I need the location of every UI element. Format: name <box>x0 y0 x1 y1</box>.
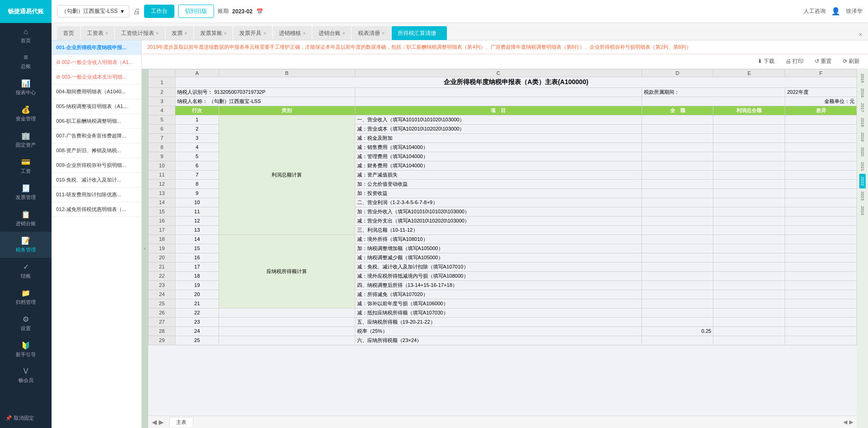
pin-button[interactable]: 📌 取消固定 <box>4 412 48 424</box>
left-panel-item-012[interactable]: 012-减免所得税优惠明细表（... <box>52 202 141 217</box>
left-panel-item-004[interactable]: 004-期间费用明细表（A1040... <box>52 85 141 99</box>
amount-cell-3[interactable] <box>642 133 713 143</box>
print-button[interactable]: 🖨 打印 <box>783 56 806 67</box>
amount-cell-22[interactable] <box>642 308 713 317</box>
diff-cell-4[interactable] <box>785 143 857 152</box>
tab-close-invoice[interactable]: × <box>185 31 187 36</box>
amount-cell-20[interactable] <box>642 290 713 299</box>
item-cell-12[interactable]: 减：营业外支出（填写A102010\102020\103000） <box>355 216 642 225</box>
diff-cell-13[interactable] <box>785 225 857 234</box>
amount-cell-15[interactable] <box>642 244 713 253</box>
sheet-tab-main[interactable]: 主表 <box>169 417 193 427</box>
left-panel-item-002[interactable]: ⊘ 002-一般企业收入明细表（A1... <box>52 55 141 70</box>
diff-cell-23[interactable] <box>785 317 857 326</box>
diff-cell-1[interactable] <box>785 115 857 124</box>
amount-cell-16[interactable] <box>642 253 713 262</box>
year-nav-2022[interactable]: 2022 <box>859 174 866 188</box>
amount-cell-4[interactable] <box>642 143 713 152</box>
left-panel-item-007[interactable]: 007-广告费和业务宣传费超降... <box>52 129 141 143</box>
item-cell-9[interactable]: 加：投资收益 <box>355 188 642 198</box>
tab-close-salary[interactable]: × <box>105 31 108 36</box>
year-nav-2016[interactable]: 2016 <box>859 86 866 100</box>
profit-cell-10[interactable] <box>713 198 785 207</box>
amount-cell-17[interactable] <box>642 262 713 271</box>
item-cell-23[interactable]: 五、应纳税所得额（19-20-21-22） <box>355 317 642 326</box>
diff-cell-19[interactable] <box>785 280 857 290</box>
scroll-right-icon[interactable]: ▶ <box>849 419 853 425</box>
item-cell-10[interactable]: 二、营业利润（1-2-3-4-5-6-7-8+9） <box>355 198 642 207</box>
profit-cell-5[interactable] <box>713 152 785 161</box>
left-panel-item-001[interactable]: 001-企业所得税年度纳税申报... <box>52 40 141 55</box>
profit-cell-23[interactable] <box>713 317 785 326</box>
item-cell-11[interactable]: 加：营业外收入（填写A101010\101020\103000） <box>355 207 642 216</box>
profit-cell-15[interactable] <box>713 244 785 253</box>
tab-close-invoice_open[interactable]: × <box>263 31 266 36</box>
profit-cell-20[interactable] <box>713 290 785 299</box>
tab-invoice_calc[interactable]: 发票算账× <box>194 26 233 40</box>
profit-cell-14[interactable] <box>713 234 785 244</box>
profit-cell-8[interactable] <box>713 179 785 188</box>
diff-cell-7[interactable] <box>785 170 857 179</box>
item-cell-24[interactable]: 税率（25%） <box>355 326 642 336</box>
profit-cell-17[interactable] <box>713 262 785 271</box>
reset-button[interactable]: ↺ 重置 <box>812 56 834 67</box>
item-cell-16[interactable]: 减：纳税调整减少额（填写A105000） <box>355 253 642 262</box>
diff-cell-21[interactable] <box>785 299 857 308</box>
nav-left-icon[interactable]: ◀ <box>152 418 157 426</box>
amount-cell-1[interactable] <box>642 115 713 124</box>
sidebar-item-tax[interactable]: 📝税务管理 <box>0 232 52 258</box>
diff-cell-6[interactable] <box>785 161 857 170</box>
tab-close-sales_check[interactable]: × <box>303 31 306 36</box>
item-cell-7[interactable]: 减：资产减值损失 <box>355 170 642 179</box>
item-cell-5[interactable]: 减：管理费用（填写A104000） <box>355 152 642 161</box>
tab-home[interactable]: 首页 <box>57 26 80 40</box>
tab-salary[interactable]: 工资表× <box>81 26 114 40</box>
item-cell-22[interactable]: 减：抵扣应纳税所得额（填写A107030） <box>355 308 642 317</box>
sidebar-item-assets[interactable]: 🏢固定资产 <box>0 127 52 153</box>
item-cell-17[interactable]: 减：免税、减计收入及加计扣除（填写A107010） <box>355 262 642 271</box>
amount-cell-8[interactable] <box>642 179 713 188</box>
left-panel-item-011[interactable]: 011-研发费用加计扣除优惠... <box>52 188 141 202</box>
diff-cell-17[interactable] <box>785 262 857 271</box>
tab-close-income_tax[interactable]: × <box>438 31 441 36</box>
amount-cell-24[interactable]: 0.25 <box>642 326 713 336</box>
item-cell-19[interactable]: 四、纳税调整后所得（13-14+15-16-17+18） <box>355 280 642 290</box>
diff-cell-14[interactable] <box>785 234 857 244</box>
item-cell-2[interactable]: 减：营业成本（填写A102010\102020\103000） <box>355 124 642 133</box>
sidebar-item-sales[interactable]: 📋进销台账 <box>0 205 52 232</box>
switch-old-button[interactable]: 切到旧版 <box>178 5 214 18</box>
diff-cell-5[interactable] <box>785 152 857 161</box>
diff-cell-8[interactable] <box>785 179 857 188</box>
amount-cell-18[interactable] <box>642 271 713 280</box>
amount-cell-10[interactable] <box>642 198 713 207</box>
profit-cell-4[interactable] <box>713 143 785 152</box>
amount-cell-11[interactable] <box>642 207 713 216</box>
diff-cell-15[interactable] <box>785 244 857 253</box>
diff-cell-3[interactable] <box>785 133 857 143</box>
item-cell-4[interactable]: 减：销售费用（填写A104000） <box>355 143 642 152</box>
item-cell-6[interactable]: 减：财务费用（填写A104000） <box>355 161 642 170</box>
sidebar-item-salary[interactable]: 💳工资 <box>0 153 52 179</box>
amount-cell-13[interactable] <box>642 225 713 234</box>
refresh-button[interactable]: ⟳ 刷新 <box>840 56 862 67</box>
diff-cell-10[interactable] <box>785 198 857 207</box>
profit-cell-24[interactable] <box>713 326 785 336</box>
sidebar-item-close[interactable]: ✓结账 <box>0 258 52 284</box>
left-panel-item-005[interactable]: 005-纳税调整项目明细表（A1... <box>52 99 141 114</box>
diff-cell-12[interactable] <box>785 216 857 225</box>
amount-cell-5[interactable] <box>642 152 713 161</box>
sidebar-item-invoice_mgr[interactable]: 🧾发票管理 <box>0 179 52 205</box>
item-cell-18[interactable]: 减：境外应税所得抵减境内亏损（填写A108000） <box>355 271 642 280</box>
diff-cell-16[interactable] <box>785 253 857 262</box>
item-cell-21[interactable]: 减：弥补以前年度亏损（填写A106000） <box>355 299 642 308</box>
profit-cell-1[interactable] <box>713 115 785 124</box>
sidebar-item-guide[interactable]: 🔰新手引导 <box>0 337 52 363</box>
left-panel-item-010[interactable]: 010-免税、减计收入及加计... <box>52 173 141 188</box>
left-panel-item-009[interactable]: 009-企业所得税弥补亏损明细... <box>52 158 141 173</box>
amount-cell-14[interactable] <box>642 234 713 244</box>
collapse-button[interactable]: ‹ <box>142 69 148 428</box>
profit-cell-9[interactable] <box>713 188 785 198</box>
tab-close-sales_ledger[interactable]: × <box>342 31 345 36</box>
tab-invoice[interactable]: 发票× <box>166 26 193 40</box>
amount-cell-2[interactable] <box>642 124 713 133</box>
